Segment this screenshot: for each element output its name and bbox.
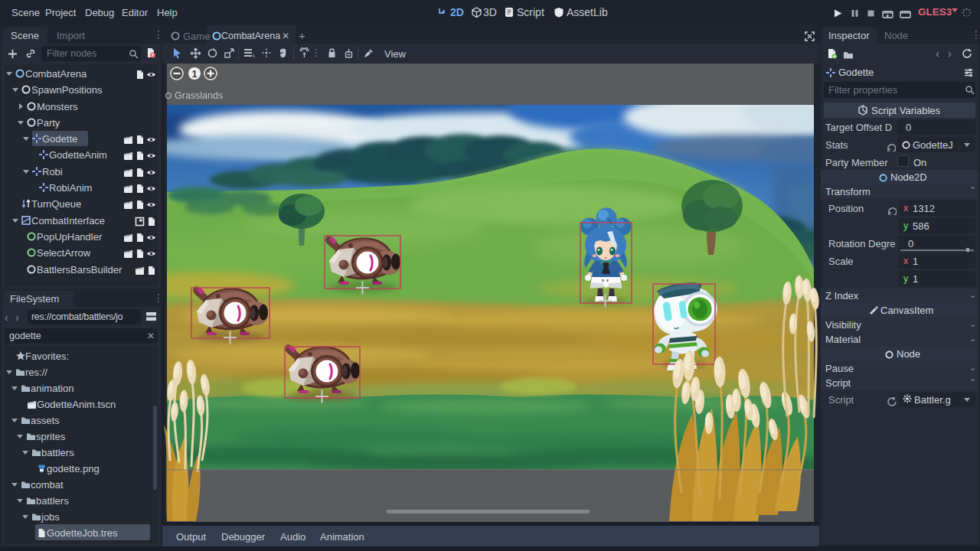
svg-text:Grasslands: Grasslands bbox=[175, 90, 223, 101]
svg-text:1: 1 bbox=[192, 69, 198, 80]
